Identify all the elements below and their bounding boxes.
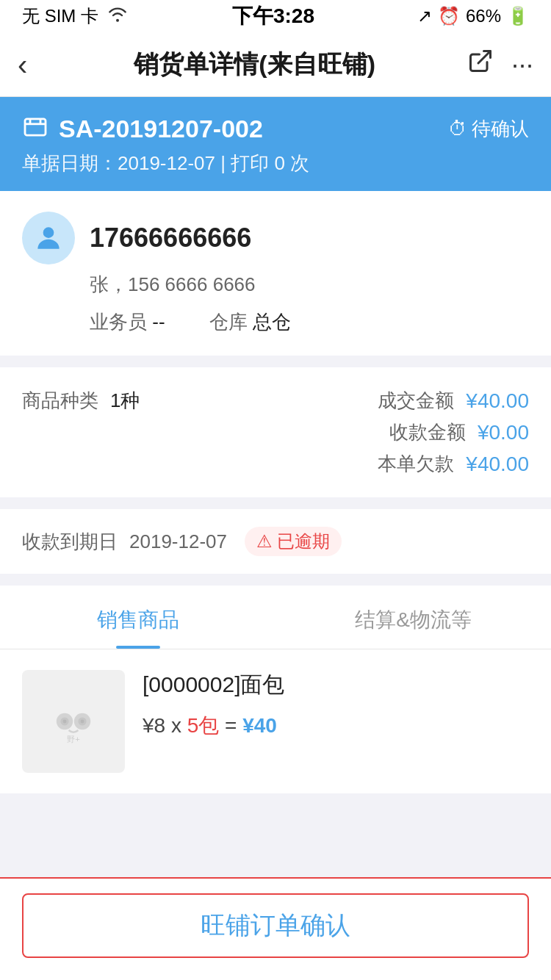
customer-phone: 17666666666 — [90, 223, 251, 253]
received-amount-value: ¥0.00 — [478, 421, 529, 444]
status-right: ↗ ⏰ 66% 🔋 — [417, 6, 529, 26]
nav-bar: ‹ 销货单详情(来自旺铺) ··· — [0, 32, 551, 97]
avatar — [22, 212, 75, 264]
order-header: SA-20191207-002 ⏱ 待确认 单据日期：2019-12-07 | … — [0, 97, 551, 191]
product-types-label: 商品种类 — [22, 388, 98, 414]
price-unit: ¥8 x — [143, 714, 181, 737]
product-qty: 5包 — [187, 714, 220, 737]
product-name: [0000002]面包 — [143, 670, 529, 700]
summary-right: 成交金额 ¥40.00 收款金额 ¥0.00 本单欠款 ¥40.00 — [378, 388, 529, 477]
debt-amount-label: 本单欠款 — [378, 451, 454, 477]
order-icon — [22, 115, 48, 143]
wifi-icon — [106, 6, 129, 26]
product-price: ¥8 x 5包 = ¥40 — [143, 712, 529, 740]
overdue-badge: ⚠ 已逾期 — [245, 527, 342, 556]
debt-amount-row: 本单欠款 ¥40.00 — [378, 451, 529, 477]
order-number: SA-20191207-002 — [22, 115, 263, 143]
deal-amount-row: 成交金额 ¥40.00 — [378, 388, 529, 414]
warehouse-value: 总仓 — [253, 311, 291, 333]
customer-name: 张，156 6666 6666 — [90, 272, 529, 298]
salesperson-value: -- — [152, 311, 165, 333]
equals-sign: = — [225, 714, 242, 737]
customer-row: 17666666666 — [22, 212, 529, 264]
debt-amount-value: ¥40.00 — [466, 453, 529, 476]
page-title: 销货单详情(来自旺铺) — [42, 48, 467, 82]
status-left: 无 SIM 卡 — [22, 4, 129, 28]
product-card: 野+ [0000002]面包 ¥8 x 5包 = ¥40 — [0, 649, 551, 793]
svg-point-10 — [63, 720, 67, 724]
summary-card: 商品种类 1种 成交金额 ¥40.00 收款金额 ¥0.00 本单欠款 ¥40.… — [0, 367, 551, 497]
status-bar: 无 SIM 卡 下午3:28 ↗ ⏰ 66% 🔋 — [0, 0, 551, 32]
overdue-text: 已逾期 — [277, 530, 330, 553]
back-button[interactable]: ‹ — [18, 43, 42, 87]
tabs-container: 销售商品 结算&物流等 — [0, 586, 551, 649]
clock-icon: ⏱ — [448, 118, 467, 140]
order-status: ⏱ 待确认 — [448, 116, 529, 142]
due-date-label: 收款到期日 — [22, 529, 118, 555]
svg-text:野+: 野+ — [67, 735, 80, 743]
received-amount-label: 收款金额 — [389, 419, 466, 445]
svg-line-0 — [478, 51, 491, 64]
received-amount-row: 收款金额 ¥0.00 — [389, 419, 529, 445]
customer-card: 17666666666 张，156 6666 6666 业务员 -- 仓库 总仓 — [0, 191, 551, 356]
order-date: 单据日期：2019-12-07 | 打印 0 次 — [22, 151, 529, 176]
svg-point-11 — [81, 720, 84, 724]
tab-sales-products[interactable]: 销售商品 — [0, 586, 276, 649]
salesperson-field: 业务员 -- — [90, 309, 165, 335]
warning-icon: ⚠ — [256, 531, 273, 552]
location-icon: ↗ — [417, 6, 432, 26]
product-total: ¥40 — [242, 714, 277, 737]
tab-settlement-logistics[interactable]: 结算&物流等 — [276, 586, 551, 649]
content-area: 野+ [0000002]面包 ¥8 x 5包 = ¥40 — [0, 649, 551, 870]
summary-left: 商品种类 1种 — [22, 388, 378, 414]
carrier-text: 无 SIM 卡 — [22, 4, 98, 28]
warehouse-field: 仓库 总仓 — [209, 309, 291, 335]
customer-meta: 业务员 -- 仓库 总仓 — [90, 309, 529, 335]
alarm-icon: ⏰ — [438, 6, 460, 26]
due-date-value: 2019-12-07 — [129, 530, 227, 553]
svg-point-5 — [43, 227, 54, 238]
product-info: [0000002]面包 ¥8 x 5包 = ¥40 — [143, 670, 529, 740]
warehouse-label: 仓库 — [209, 311, 248, 333]
product-types-value: 1种 — [110, 388, 140, 414]
deal-amount-label: 成交金额 — [378, 388, 454, 414]
share-icon[interactable] — [467, 48, 494, 81]
bottom-bar: 旺铺订单确认 — [0, 877, 551, 980]
order-header-top: SA-20191207-002 ⏱ 待确认 — [22, 115, 529, 143]
more-icon[interactable]: ··· — [511, 49, 533, 80]
svg-rect-1 — [25, 119, 46, 135]
confirm-order-button[interactable]: 旺铺订单确认 — [22, 893, 529, 958]
battery-text: 66% — [466, 6, 501, 26]
nav-actions: ··· — [467, 48, 533, 81]
deal-amount-value: ¥40.00 — [466, 389, 529, 413]
salesperson-label: 业务员 — [90, 311, 147, 333]
battery-icon: 🔋 — [507, 6, 529, 26]
tabs: 销售商品 结算&物流等 — [0, 586, 551, 649]
product-thumbnail: 野+ — [22, 670, 125, 773]
due-date-card: 收款到期日 2019-12-07 ⚠ 已逾期 — [0, 509, 551, 574]
status-time: 下午3:28 — [232, 2, 314, 30]
